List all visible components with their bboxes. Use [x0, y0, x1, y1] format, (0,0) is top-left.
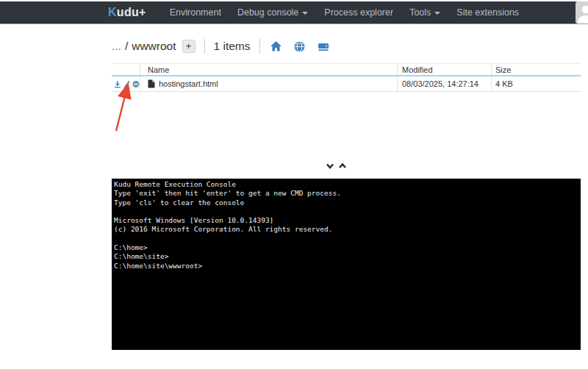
- console-line: (c) 2016 Microsoft Corporation. All righ…: [114, 225, 581, 234]
- header-size: Size: [491, 64, 581, 75]
- header-name: Name: [140, 64, 397, 75]
- file-size: 4 KB: [491, 76, 581, 91]
- header-actions-cell: [112, 64, 140, 75]
- person-icon: [576, 1, 588, 24]
- home-icon[interactable]: [270, 41, 282, 51]
- top-navbar: Kudu+ Environment Debug console Process …: [0, 1, 588, 24]
- file-name-cell: hostingstart.html: [140, 76, 397, 91]
- chevron-down-icon[interactable]: [326, 162, 334, 171]
- breadcrumb-parent-link[interactable]: ...: [112, 40, 121, 53]
- file-table: Name Modified Size hostingst: [112, 63, 581, 92]
- remote-execution-console[interactable]: Kudu Remote Execution Console Type 'exit…: [112, 179, 581, 350]
- nav-item-debug-console[interactable]: Debug console: [229, 7, 316, 18]
- new-item-button[interactable]: +: [182, 40, 196, 53]
- breadcrumb: ... / wwwroot + 1 items: [112, 36, 329, 57]
- caret-down-icon: [434, 12, 440, 15]
- kudu-logo[interactable]: Kudu+: [108, 6, 146, 19]
- globe-icon[interactable]: [294, 41, 305, 52]
- delete-icon[interactable]: [132, 79, 140, 89]
- download-icon[interactable]: [114, 79, 121, 89]
- kudu-logo-k: K: [108, 6, 117, 18]
- drive-icon[interactable]: [318, 41, 329, 51]
- chevron-up-icon[interactable]: [338, 162, 347, 171]
- console-line: Microsoft Windows [Version 10.0.14393]: [114, 216, 581, 225]
- console-prompt-line: C:\home\site\wwwroot>: [114, 262, 581, 271]
- shortcut-icons: [270, 41, 329, 52]
- nav-menu: Environment Debug console Process explor…: [162, 7, 527, 18]
- header-modified: Modified: [397, 64, 491, 75]
- console-line: Type 'cls' to clear the console: [114, 198, 581, 207]
- file-icon: [148, 79, 155, 88]
- kudu-logo-rest: udu+: [117, 6, 146, 18]
- edit-icon[interactable]: [123, 79, 130, 89]
- console-line: [114, 207, 581, 216]
- breadcrumb-separator: /: [125, 40, 128, 53]
- nav-item-process-explorer[interactable]: Process explorer: [316, 7, 401, 18]
- console-resize-controls: [326, 162, 347, 171]
- console-line: Type 'exit' then hit 'enter' to get a ne…: [114, 189, 581, 198]
- nav-item-site-extensions[interactable]: Site extensions: [448, 7, 527, 18]
- item-count-label: 1 items: [214, 40, 251, 53]
- file-modified: 08/03/2025, 14:27:14: [397, 76, 491, 91]
- console-line: C:\home>: [114, 243, 581, 252]
- caret-down-icon: [302, 12, 308, 15]
- breadcrumb-current-folder: wwwroot: [132, 40, 176, 53]
- console-line: C:\home\site>: [114, 252, 581, 261]
- file-name: hostingstart.html: [159, 79, 218, 88]
- table-row: hostingstart.html 08/03/2025, 14:27:14 4…: [112, 76, 581, 92]
- divider: [204, 39, 205, 54]
- divider: [259, 39, 260, 54]
- file-table-header: Name Modified Size: [112, 63, 581, 76]
- console-line: Kudu Remote Execution Console: [114, 180, 581, 189]
- console-line: [114, 234, 581, 243]
- user-avatar[interactable]: [576, 1, 588, 24]
- nav-item-environment[interactable]: Environment: [162, 7, 229, 18]
- row-action-icons: [112, 76, 140, 91]
- nav-item-tools[interactable]: Tools: [401, 7, 448, 18]
